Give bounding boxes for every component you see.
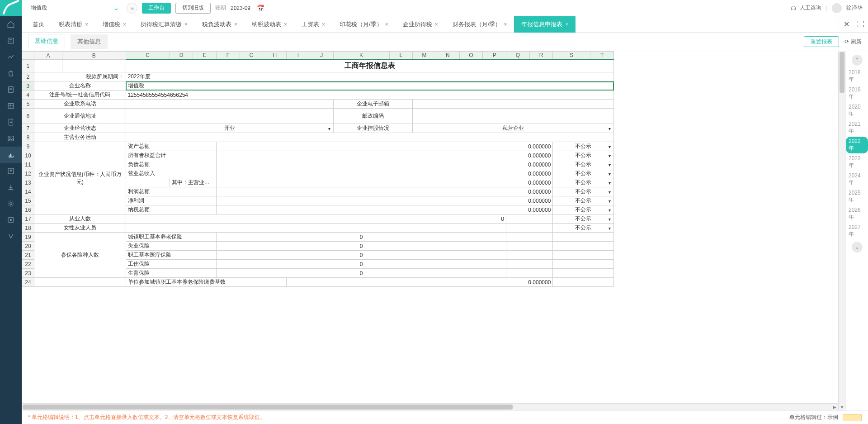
row-header[interactable]: 1 [22,60,34,72]
row-header[interactable]: 22 [22,260,34,269]
col-G[interactable]: G [240,52,263,60]
reg-code-cell[interactable]: 12554585554554656254 [126,91,613,100]
row-header[interactable]: 19 [22,233,34,242]
nav-play-icon[interactable] [0,212,22,228]
nav-vee-icon[interactable] [0,228,22,244]
row-header[interactable]: 3 [22,81,34,91]
visibility-select[interactable]: 不公示 [553,187,614,196]
female-value-cell[interactable] [126,224,506,233]
row-header[interactable]: 10 [22,151,34,160]
calendar-icon[interactable]: 📅 [257,5,264,12]
col-A[interactable]: A [34,52,62,60]
asset-value-cell[interactable]: 0.000000 [217,151,553,160]
year-item[interactable]: 2020年 [846,102,868,119]
row-header[interactable]: 5 [22,100,34,109]
row-header[interactable]: 12 [22,169,34,178]
col-K[interactable]: K [333,52,389,60]
grid-area[interactable]: A B C D E F G H I J K L [22,51,838,403]
col-L[interactable]: L [389,52,413,60]
tab-3[interactable]: 所得税汇算清缴× [133,16,195,33]
tab-10[interactable]: 年报信息申报表× [514,16,576,33]
main-biz-cell[interactable] [126,133,613,142]
year-rail-up-icon[interactable]: ⌃ [852,55,863,66]
visibility-select[interactable]: 不公示 [553,178,614,187]
holding-select[interactable]: 私营企业 [413,124,614,133]
op-status-select[interactable]: 开业 [126,124,333,133]
avatar[interactable] [832,3,842,13]
asset-value-cell[interactable]: 0.000000 [217,169,553,178]
year-item[interactable]: 2018年 [846,68,868,85]
nav-table-icon[interactable] [0,98,22,114]
hscroll-thumb[interactable] [23,405,513,410]
nav-download-icon[interactable] [0,179,22,195]
corner-cell[interactable] [22,52,34,60]
row-header[interactable]: 4 [22,91,34,100]
addr-cell[interactable] [126,109,333,124]
subtab-basic[interactable]: 基础信息 [28,34,65,49]
insurance-value-cell[interactable]: 0 [217,242,506,251]
workspace-button[interactable]: 工作台 [142,3,171,14]
tab-4[interactable]: 税负波动表× [195,16,245,33]
period-value[interactable]: 2023-09 [231,5,250,11]
tab-5[interactable]: 纳税波动表× [245,16,294,33]
row-header[interactable]: 11 [22,160,34,169]
horizontal-scrollbar[interactable]: ◀ ▶ [22,403,838,410]
subtab-other[interactable]: 其他信息 [71,34,108,49]
email-cell[interactable] [413,100,614,109]
close-icon[interactable]: × [184,21,188,28]
phone-cell[interactable] [126,100,333,109]
row-header[interactable]: 8 [22,133,34,142]
year-item[interactable]: 2026年 [846,205,868,222]
visibility-select[interactable]: 不公示 [553,142,614,151]
col-C[interactable]: C [126,52,170,60]
nav-chart-icon[interactable] [0,49,22,65]
close-icon[interactable]: × [284,21,287,28]
unit-base-value-cell[interactable]: 0.000000 [287,278,553,287]
col-H[interactable]: H [263,52,287,60]
col-M[interactable]: M [413,52,436,60]
tab-close-all-icon[interactable]: ✕ [839,16,854,33]
user-name[interactable]: 徐泽华 [846,4,863,12]
switch-old-button[interactable]: 切到旧版 [175,3,211,14]
row-header[interactable]: 15 [22,196,34,205]
close-icon[interactable]: × [385,21,388,28]
close-icon[interactable]: × [322,21,325,28]
visibility-select[interactable]: 不公示 [553,205,614,214]
col-Q[interactable]: Q [506,52,530,60]
doc-header-button[interactable]: ≡ [127,3,137,14]
asset-value-cell[interactable]: 0.000000 [217,142,553,151]
year-item[interactable]: 2025年 [846,188,868,205]
app-logo[interactable] [0,0,22,16]
row-header[interactable]: 20 [22,242,34,251]
nav-invoice-icon[interactable] [0,114,22,130]
asset-value-cell[interactable]: 0.000000 [217,160,553,169]
visibility-select[interactable]: 不公示 [553,214,614,224]
postcode-cell[interactable] [413,109,614,124]
close-icon[interactable]: × [85,21,88,28]
col-O[interactable]: O [459,52,483,60]
col-R[interactable]: R [529,52,553,60]
nav-bag-icon[interactable] [0,65,22,81]
visibility-select[interactable]: 不公示 [553,169,614,178]
insurance-value-cell[interactable]: 0 [217,233,506,242]
tab-7[interactable]: 印花税（月/季）× [332,16,396,33]
nav-export-icon[interactable] [0,163,22,179]
col-T[interactable]: T [590,52,614,60]
year-item[interactable]: 2022年 [846,137,868,153]
row-header[interactable]: 17 [22,214,34,224]
vscroll-down-icon[interactable]: ▼ [839,403,845,410]
close-icon[interactable]: × [504,21,507,28]
row-header[interactable]: 13 [22,178,34,187]
row-header[interactable]: 18 [22,224,34,233]
company-name-cell[interactable]: 增值税 [126,81,613,91]
insurance-value-cell[interactable]: 0 [217,251,506,260]
nav-image-icon[interactable] [0,130,22,147]
col-N[interactable]: N [436,52,459,60]
year-item[interactable]: 2021年 [846,119,868,136]
vscroll-thumb[interactable] [840,52,844,93]
close-icon[interactable]: × [435,21,438,28]
close-icon[interactable]: × [234,21,237,28]
nav-doc-icon[interactable] [0,81,22,98]
period-value[interactable]: 2022年度 [126,72,613,81]
hscroll-right-icon[interactable]: ▶ [831,404,838,410]
